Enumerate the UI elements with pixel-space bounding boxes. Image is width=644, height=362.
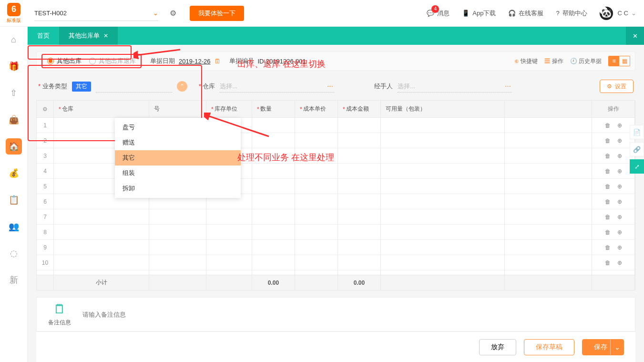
message-badge: 4 [431, 5, 439, 13]
tabs: 首页 其他出库单 ✕ ✕ [28, 27, 644, 45]
delete-icon[interactable]: 🗑 [605, 122, 611, 129]
outbound-type-radio-group: 其他出库 其他出库退库 [41, 54, 142, 68]
nav-house-up-icon[interactable]: ⇧ [6, 85, 22, 101]
subtotal-qty: 0.00 [252, 275, 295, 290]
headset-icon: 🎧 [508, 10, 516, 17]
messages[interactable]: 💬 4 消息 [427, 9, 450, 18]
delete-icon[interactable]: 🗑 [605, 137, 611, 144]
dropdown-item[interactable]: 赠送 [115, 135, 241, 150]
copy-icon[interactable]: ⊕ [617, 198, 622, 205]
delete-icon[interactable]: 🗑 [605, 214, 611, 220]
dropdown-item[interactable]: 其它 [115, 150, 241, 165]
column-settings-icon[interactable]: ⚙ [37, 101, 54, 117]
copy-icon[interactable]: ⊕ [617, 122, 622, 129]
note-icon: 🗒 [53, 302, 66, 317]
bill-date-value: 2019-12-26 [179, 58, 211, 65]
nav-clipboard-icon[interactable]: 📋 [6, 192, 22, 208]
operate-link[interactable]: ☰ 操作 [544, 57, 563, 65]
customer-service[interactable]: 🎧 在线客服 [508, 9, 543, 18]
calendar-icon[interactable]: 🗓 [215, 58, 221, 65]
more-icon[interactable]: ⋯ [327, 83, 334, 90]
delete-icon[interactable]: 🗑 [605, 244, 611, 251]
experience-button[interactable]: 我要体验一下 [190, 6, 244, 21]
chevron-up-icon[interactable]: ⌃ [177, 81, 187, 92]
rail-link-icon[interactable]: 🔗 [630, 142, 644, 156]
tenant-select[interactable]: TEST-H002 ⌄ [34, 6, 158, 21]
row-index: 1 [37, 118, 54, 133]
copy-icon[interactable]: ⊕ [617, 229, 622, 236]
copy-icon[interactable]: ⊕ [617, 137, 622, 144]
copy-icon[interactable]: ⊕ [617, 214, 622, 220]
tenant-name: TEST-H002 [34, 10, 67, 17]
copy-icon[interactable]: ⊕ [617, 259, 622, 266]
discard-button[interactable]: 放弃 [479, 339, 516, 355]
bill-no: 单据编号 ID-20191226-001 [229, 57, 306, 65]
logo[interactable]: 6 标准版 [0, 3, 28, 24]
history-link[interactable]: 🕘 历史单据 [570, 57, 602, 65]
save-button[interactable]: 保存⌄ [582, 339, 624, 355]
settings-button[interactable]: ⚙设置 [600, 80, 634, 93]
nav-cycle-icon[interactable]: ◌ [6, 245, 22, 261]
nav-home-icon[interactable]: ⌂ [6, 31, 22, 48]
row-index: 10 [37, 255, 54, 270]
table-row[interactable]: 10🗑⊕ [37, 255, 635, 270]
tab-home[interactable]: 首页 [28, 27, 59, 45]
table-row[interactable]: 7🗑⊕ [37, 209, 635, 225]
nav-bag-icon[interactable]: 👜 [6, 112, 22, 128]
row-index: 7 [37, 209, 54, 224]
help-center[interactable]: ? 帮助中心 [556, 9, 587, 18]
logo-icon: 6 [7, 3, 20, 16]
gear-icon[interactable]: ⚙ [170, 9, 176, 18]
delete-icon[interactable]: 🗑 [605, 198, 611, 205]
copy-icon[interactable]: ⊕ [617, 153, 622, 159]
grid-view-icon[interactable]: ▦ [619, 56, 630, 66]
radio-other-outbound[interactable]: 其他出库 [47, 57, 82, 65]
avatar[interactable]: 🐼 [600, 7, 613, 20]
dropdown-item[interactable]: 盘亏 [115, 120, 241, 135]
warehouse-field[interactable]: 仓库 选择...⋯ [199, 80, 335, 93]
app-download[interactable]: 📱 App下载 [462, 9, 496, 18]
bill-date[interactable]: 单据日期 2019-12-26 🗓 [150, 57, 221, 65]
copy-icon[interactable]: ⊕ [617, 168, 622, 175]
view-mode-toggle[interactable]: ≡ ▦ [608, 56, 630, 66]
dropdown-item[interactable]: 拆卸 [115, 181, 241, 196]
shortcut-link[interactable]: ⊕ 快捷键 [514, 57, 538, 65]
row-index: 6 [37, 194, 54, 209]
tab-other-outbound[interactable]: 其他出库单 ✕ [59, 27, 118, 45]
delete-icon[interactable]: 🗑 [605, 183, 611, 190]
biz-type-dropdown[interactable]: 盘亏赠送其它组装拆卸 [115, 118, 241, 198]
table-row[interactable]: 8🗑⊕ [37, 225, 635, 240]
close-icon[interactable]: ✕ [103, 32, 108, 39]
row-index: 4 [37, 164, 54, 178]
more-icon[interactable]: ⋯ [505, 83, 512, 90]
biz-type-field[interactable]: 业务类型 其它 ⌃ [38, 80, 187, 93]
nav-money-icon[interactable]: 💰 [6, 165, 22, 181]
dropdown-item[interactable]: 组装 [115, 165, 241, 181]
chevron-down-icon[interactable]: ⌄ [631, 10, 636, 17]
nav-contact-icon[interactable]: 👥 [6, 218, 22, 235]
nav-new-icon[interactable]: 新 [6, 272, 22, 288]
handler-field[interactable]: 经手人 选择...⋯ [374, 80, 512, 93]
list-view-icon[interactable]: ≡ [609, 56, 619, 66]
mobile-icon: 📱 [462, 10, 470, 17]
nav-warehouse-icon[interactable]: 🏠 [6, 138, 22, 155]
delete-icon[interactable]: 🗑 [605, 153, 611, 159]
remarks-input[interactable] [82, 311, 624, 318]
chevron-down-icon[interactable]: ⌄ [610, 340, 624, 355]
tabs-close-all[interactable]: ✕ [626, 27, 644, 45]
nav-gift-icon[interactable]: 🎁 [6, 58, 22, 74]
delete-icon[interactable]: 🗑 [605, 168, 611, 175]
copy-icon[interactable]: ⊕ [617, 244, 622, 251]
radio-other-outbound-return[interactable]: 其他出库退库 [89, 57, 136, 65]
delete-icon[interactable]: 🗑 [605, 259, 611, 266]
right-rail: 📄 🔗 ⤢ [630, 125, 644, 174]
chevron-down-icon: ⌄ [153, 10, 158, 17]
table-row[interactable]: 11🗑⊕ [37, 270, 635, 275]
table-row[interactable]: 9🗑⊕ [37, 240, 635, 255]
copy-icon[interactable]: ⊕ [617, 183, 622, 190]
save-draft-button[interactable]: 保存草稿 [524, 339, 574, 355]
rail-expand-icon[interactable]: ⤢ [630, 159, 644, 174]
delete-icon[interactable]: 🗑 [605, 229, 611, 236]
logo-label: 标准版 [7, 17, 21, 24]
rail-note-icon[interactable]: 📄 [630, 125, 644, 139]
